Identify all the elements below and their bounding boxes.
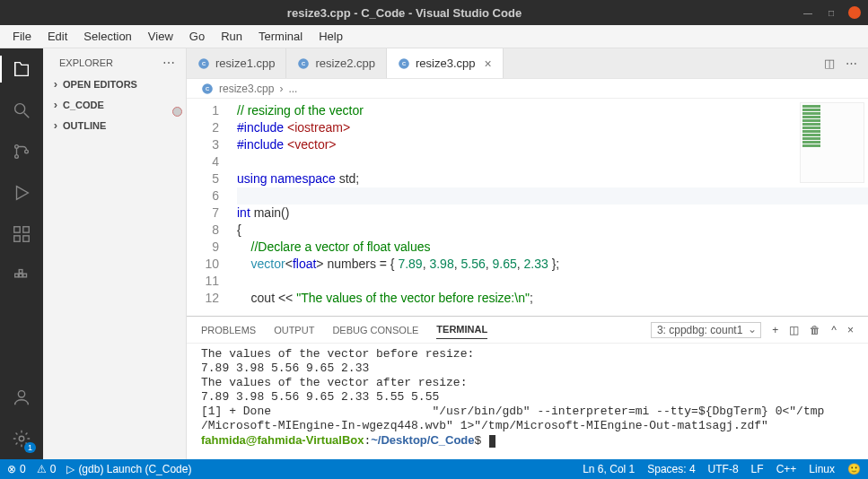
accounts-icon[interactable] — [10, 386, 33, 409]
svg-rect-4 — [14, 227, 20, 232]
menubar: FileEditSelectionViewGoRunTerminalHelp — [0, 25, 868, 48]
extensions-icon[interactable] — [10, 222, 33, 246]
status-item[interactable]: Linux — [809, 463, 835, 475]
settings-badge: 1 — [24, 442, 36, 453]
svg-rect-11 — [19, 270, 22, 274]
menu-view[interactable]: View — [141, 27, 180, 46]
status-item[interactable]: C++ — [776, 463, 797, 475]
status-item[interactable]: 🙂 — [847, 463, 861, 475]
svg-point-13 — [19, 436, 24, 441]
split-terminal-icon[interactable]: ◫ — [789, 324, 799, 336]
more-actions-icon[interactable]: ⋯ — [846, 57, 857, 70]
status-item[interactable]: LF — [751, 463, 764, 475]
maximize-button[interactable]: □ — [825, 6, 837, 19]
editor-area: Cresize1.cppCresize2.cppCresize3.cpp×◫⋯ … — [187, 48, 868, 459]
status-item[interactable]: ⚠0 — [37, 463, 57, 475]
menu-terminal[interactable]: Terminal — [251, 27, 310, 46]
status-item[interactable]: Spaces: 4 — [647, 463, 695, 475]
menu-edit[interactable]: Edit — [40, 27, 75, 46]
editor-tabs: Cresize1.cppCresize2.cppCresize3.cpp×◫⋯ — [187, 48, 868, 79]
tab-resize2-cpp[interactable]: Cresize2.cpp — [286, 48, 386, 78]
svg-point-1 — [15, 145, 19, 149]
bottom-panel: PROBLEMSOUTPUTDEBUG CONSOLETERMINAL3: cp… — [187, 316, 868, 459]
window-title: resize3.cpp - C_Code - Visual Studio Cod… — [7, 6, 802, 20]
svg-point-0 — [15, 104, 25, 114]
code-editor[interactable]: 123456789101112 // resizing of the vecto… — [187, 99, 868, 316]
sidebar-title: EXPLORER — [59, 57, 113, 68]
settings-icon[interactable]: 1 — [10, 427, 33, 450]
close-panel-icon[interactable]: × — [847, 324, 854, 336]
svg-point-12 — [18, 391, 24, 397]
split-editor-icon[interactable]: ◫ — [824, 57, 835, 70]
code-content[interactable]: // resizing of the vector#include <iostr… — [230, 99, 868, 316]
docker-icon[interactable] — [10, 264, 33, 287]
sidebar-section-open-editors[interactable]: ›OPEN EDITORS — [43, 74, 186, 94]
cpp-file-icon: C — [297, 57, 310, 70]
chevron-right-icon: › — [50, 118, 61, 132]
breadcrumb[interactable]: C resize3.cpp › ... — [187, 79, 868, 99]
main-area: 1 EXPLORER ⋯ ›OPEN EDITORS›C_CODE›OUTLIN… — [0, 48, 868, 459]
status-item[interactable]: Ln 6, Col 1 — [583, 463, 635, 475]
svg-rect-7 — [23, 236, 29, 241]
window-controls: — □ — [802, 6, 861, 19]
tab-resize3-cpp[interactable]: Cresize3.cpp× — [387, 48, 504, 78]
svg-rect-8 — [15, 274, 19, 277]
menu-run[interactable]: Run — [214, 27, 250, 46]
terminal-select[interactable]: 3: cppdbg: count1 — [651, 322, 761, 338]
panel-tab-terminal[interactable]: TERMINAL — [436, 320, 487, 339]
kill-terminal-icon[interactable]: 🗑 — [810, 324, 820, 336]
cpp-file-icon: C — [197, 57, 210, 70]
search-icon[interactable] — [10, 99, 33, 122]
minimap[interactable] — [800, 102, 864, 183]
menu-help[interactable]: Help — [311, 27, 350, 46]
menu-selection[interactable]: Selection — [76, 27, 138, 46]
breadcrumb-file: resize3.cpp — [219, 83, 274, 95]
status-item[interactable]: ⊗0 — [7, 463, 26, 475]
panel-tab-problems[interactable]: PROBLEMS — [201, 321, 256, 339]
menu-go[interactable]: Go — [182, 27, 212, 46]
sidebar-section-c_code[interactable]: ›C_CODE — [43, 94, 186, 115]
statusbar: ⊗0⚠0▷(gdb) Launch (C_Code) Ln 6, Col 1Sp… — [0, 459, 868, 479]
status-item[interactable]: UTF-8 — [708, 463, 739, 475]
panel-tab-debug-console[interactable]: DEBUG CONSOLE — [332, 321, 418, 339]
panel-tabs: PROBLEMSOUTPUTDEBUG CONSOLETERMINAL3: cp… — [187, 317, 868, 344]
line-gutter: 123456789101112 — [187, 99, 230, 316]
chevron-right-icon: › — [50, 98, 61, 111]
titlebar: resize3.cpp - C_Code - Visual Studio Cod… — [0, 0, 868, 25]
sidebar-header: EXPLORER ⋯ — [43, 48, 186, 74]
explorer-icon[interactable] — [10, 57, 33, 81]
svg-point-2 — [15, 155, 19, 159]
activity-bar: 1 — [0, 48, 43, 459]
minimize-button[interactable]: — — [802, 6, 814, 19]
chevron-right-icon: › — [50, 77, 61, 91]
sidebar-more-icon[interactable]: ⋯ — [162, 56, 175, 70]
svg-rect-5 — [23, 227, 29, 232]
terminal-output[interactable]: The values of the vector before resize: … — [187, 344, 868, 459]
svg-rect-10 — [23, 274, 27, 277]
svg-point-3 — [25, 150, 29, 153]
cpp-file-icon: C — [398, 57, 410, 70]
breadcrumb-rest: ... — [288, 83, 297, 95]
panel-tab-output[interactable]: OUTPUT — [274, 321, 314, 339]
svg-rect-9 — [19, 274, 22, 277]
tab-resize1-cpp[interactable]: Cresize1.cpp — [187, 48, 286, 78]
menu-file[interactable]: File — [5, 27, 39, 46]
close-button[interactable] — [848, 6, 861, 19]
explorer-sidebar: EXPLORER ⋯ ›OPEN EDITORS›C_CODE›OUTLINE — [43, 48, 187, 459]
run-debug-icon[interactable] — [10, 181, 33, 205]
new-terminal-icon[interactable]: + — [772, 324, 778, 336]
close-icon[interactable]: × — [484, 57, 491, 71]
maximize-panel-icon[interactable]: ^ — [831, 324, 837, 336]
sidebar-section-outline[interactable]: ›OUTLINE — [43, 115, 186, 135]
status-item[interactable]: ▷(gdb) Launch (C_Code) — [66, 463, 191, 475]
svg-rect-6 — [14, 236, 20, 241]
source-control-icon[interactable] — [10, 140, 33, 163]
breadcrumb-sep: › — [279, 83, 283, 95]
cpp-file-icon: C — [201, 83, 214, 95]
